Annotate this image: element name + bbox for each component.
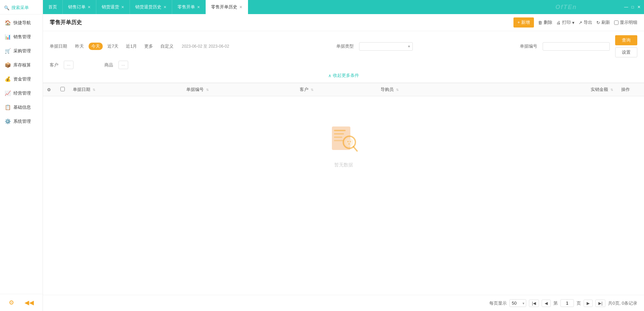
window-minimize-btn[interactable]: —	[624, 5, 628, 9]
print-button[interactable]: 🖨 打印 ▾	[556, 19, 575, 25]
toolbar: + 新增 🗑 删除 🖨 打印 ▾ ↗ 导出 ↻ 刷新 显示明细	[513, 17, 637, 28]
sidebar-item-label-finance: 资金管理	[13, 76, 31, 82]
tab-bar-right: — □ ✕	[624, 5, 644, 9]
display-detail-input[interactable]	[614, 20, 618, 25]
sidebar-menu: 🏠 快捷导航 📊 销售管理 🛒 采购管理 📦 库存核算 💰 资金管理 📈 经营管…	[0, 14, 43, 294]
tab-sales-return[interactable]: 销货退货✕	[96, 0, 130, 14]
refresh-button[interactable]: ↻ 刷新	[596, 19, 610, 25]
export-button[interactable]: ↗ 导出	[579, 19, 592, 25]
date-btn-今天[interactable]: 今天	[89, 43, 103, 50]
page-first-btn[interactable]: |◀	[529, 300, 539, 307]
th-guide-label: 导购员	[381, 87, 394, 92]
th-number-label: 单据编号	[186, 87, 204, 92]
empty-icon	[324, 123, 364, 157]
tab-label-retail-open: 零售开单	[178, 4, 195, 10]
date-sort-icon: ⇅	[93, 88, 95, 92]
date-btn-自定义[interactable]: 自定义	[158, 43, 176, 50]
filter-area: 单据日期 昨天今天近7天近1月更多自定义 2023-06-02 至 2023-0…	[43, 31, 644, 83]
svg-point-6	[345, 138, 353, 146]
display-detail-checkbox[interactable]: 显示明细	[614, 19, 637, 25]
delete-button[interactable]: 🗑 删除	[538, 19, 552, 25]
th-guide[interactable]: 导购员 ⇅	[377, 83, 474, 96]
svg-point-8	[347, 141, 349, 142]
query-button[interactable]: 查询	[615, 35, 637, 45]
date-btn-近7天[interactable]: 近7天	[105, 43, 121, 50]
tab-close-sales-return[interactable]: ✕	[121, 5, 124, 9]
svg-rect-3	[334, 137, 342, 138]
th-customer[interactable]: 客户 ⇅	[296, 83, 377, 96]
delete-icon: 🗑	[538, 20, 542, 25]
page-next-btn[interactable]: ▶	[584, 300, 593, 307]
tab-retail-open-history[interactable]: 零售开单历史✕	[206, 0, 248, 14]
collapse-button[interactable]: ∧ 收起更多条件	[328, 72, 359, 79]
window-maximize-btn[interactable]: □	[632, 5, 634, 9]
sidebar: 🔍 搜索采单 🏠 快捷导航 📊 销售管理 🛒 采购管理 📦 库存核算 💰 资金管…	[0, 0, 43, 311]
sidebar-item-basic[interactable]: 📋 基础信息	[0, 100, 43, 114]
sidebar-item-purchase[interactable]: 🛒 采购管理	[0, 44, 43, 58]
tab-close-retail-open-history[interactable]: ✕	[239, 5, 242, 9]
setting-button[interactable]: 设置	[615, 47, 637, 57]
type-select-wrap	[359, 42, 413, 51]
th-ops: 操作	[617, 83, 644, 96]
data-table: ⚙ 单据日期 ⇅ 单据编号 ⇅ 客户 ⇅	[43, 83, 644, 182]
sidebar-item-label-operations: 经营管理	[13, 90, 31, 96]
sidebar-item-label-basic: 基础信息	[13, 104, 31, 110]
print-label: 打印	[562, 19, 571, 25]
collapse-icon: ∧	[328, 73, 332, 78]
date-btn-更多[interactable]: 更多	[142, 43, 156, 50]
select-all-checkbox[interactable]	[60, 87, 65, 91]
page-size-select[interactable]: 50 20 100	[509, 299, 526, 307]
sidebar-item-inventory[interactable]: 📦 库存核算	[0, 58, 43, 72]
date-btn-近1月[interactable]: 近1月	[123, 43, 140, 50]
svg-rect-4	[334, 140, 343, 141]
number-filter-input[interactable]	[543, 42, 610, 51]
number-sort-icon: ⇅	[206, 88, 209, 92]
tab-retail-open[interactable]: 零售开单✕	[172, 0, 206, 14]
sidebar-item-label-inventory: 库存核算	[13, 62, 31, 68]
window-close-btn[interactable]: ✕	[637, 5, 641, 9]
filter-dates: 昨天今天近7天近1月更多自定义	[72, 43, 176, 50]
sidebar-item-quick-nav[interactable]: 🏠 快捷导航	[0, 16, 43, 30]
tab-close-sales-return-history[interactable]: ✕	[163, 5, 166, 9]
type-select[interactable]	[359, 42, 413, 51]
amount-sort-icon: ⇅	[610, 88, 613, 92]
sidebar-item-operations[interactable]: 📈 经营管理	[0, 86, 43, 100]
sidebar-footer: ⚙ ◀◀	[0, 294, 43, 311]
th-date[interactable]: 单据日期 ⇅	[69, 83, 182, 96]
sidebar-item-finance[interactable]: 💰 资金管理	[0, 72, 43, 86]
collapse-sidebar-btn[interactable]: ◀◀	[22, 298, 37, 308]
page-prev-btn[interactable]: ◀	[542, 300, 551, 307]
tab-home[interactable]: 首页	[43, 0, 63, 14]
tab-close-sales-order[interactable]: ✕	[88, 5, 91, 9]
add-button[interactable]: + 新增	[513, 17, 534, 28]
guide-sort-icon: ⇅	[396, 88, 399, 92]
th-amount[interactable]: 实销金额 ⇅	[504, 83, 617, 96]
sidebar-item-system[interactable]: ⚙️ 系统管理	[0, 114, 43, 128]
sidebar-search[interactable]: 🔍 搜索采单	[0, 0, 43, 14]
finance-icon: 💰	[5, 76, 11, 82]
date-btn-昨天[interactable]: 昨天	[72, 43, 87, 50]
page-last-btn[interactable]: ▶|	[595, 300, 605, 307]
quick-nav-icon: 🏠	[5, 20, 11, 26]
basic-icon: 📋	[5, 104, 11, 110]
th-number[interactable]: 单据编号 ⇅	[182, 83, 296, 96]
th-amount-label: 实销金额	[591, 87, 608, 92]
page-suffix: 页	[577, 300, 581, 306]
empty-text: 暂无数据	[334, 162, 353, 168]
table-wrap: ⚙ 单据日期 ⇅ 单据编号 ⇅ 客户 ⇅	[43, 83, 644, 295]
sidebar-item-sales[interactable]: 📊 销售管理	[0, 30, 43, 44]
th-checkbox[interactable]	[56, 83, 69, 96]
th-setting[interactable]: ⚙	[43, 83, 56, 96]
goods-filter-dots[interactable]: ···	[118, 61, 128, 69]
tab-close-retail-open[interactable]: ✕	[197, 5, 200, 9]
sales-icon: 📊	[5, 34, 11, 40]
settings-footer-btn[interactable]: ⚙	[6, 298, 17, 308]
tab-label-sales-return: 销货退货	[102, 4, 119, 10]
tab-sales-order[interactable]: 销售订单✕	[63, 0, 96, 14]
search-icon: 🔍	[4, 5, 9, 10]
page-input[interactable]	[560, 299, 574, 307]
tab-sales-return-history[interactable]: 销货退货历史✕	[130, 0, 172, 14]
page-title: 零售开单历史	[50, 19, 82, 26]
customer-filter-dots[interactable]: ···	[64, 61, 73, 69]
th-ops-label: 操作	[621, 87, 630, 92]
